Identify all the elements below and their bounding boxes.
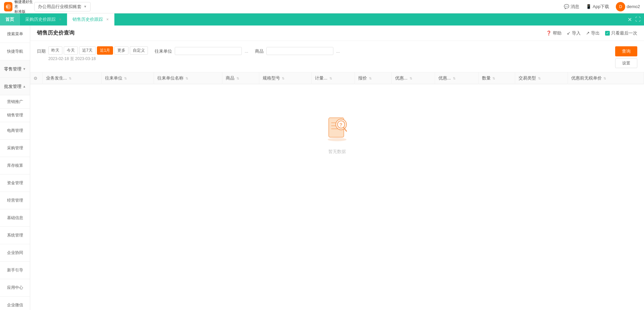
purchase-history-tab-close[interactable]: × [59,17,61,22]
header-right: 💬 消息 📱 App下载 D demo2 [564,2,640,11]
sales-history-tab-close[interactable]: × [106,17,109,22]
message-icon: 💬 [564,4,569,9]
goods-filter-label: 商品 [255,48,264,54]
filter-settings-button[interactable]: 设置 [615,58,637,68]
th-price[interactable]: 报价 ⇅ [355,72,392,84]
date-buttons: 昨天 今天 近7天 近1月 更多 自定义 [48,46,148,55]
import-button[interactable]: ↙ 导入 [567,30,581,36]
th-trade-type[interactable]: 交易类型 ⇅ [515,72,568,84]
sidebar-item-sales-mgmt[interactable]: 销售管理 [0,109,30,122]
sidebar-item-ecommerce[interactable]: 电商管理 [0,122,30,140]
close-tab-button[interactable]: ✕ [628,16,632,23]
purchase-history-tab-label: 采购历史价跟踪 [25,16,56,22]
empty-illustration-icon: ? [320,111,354,145]
date-today-btn[interactable]: 今天 [64,46,78,55]
marketing-label: 营销推广 [7,99,23,105]
workspace-name: 办公用品行业模拟账套 [38,4,82,10]
logo-area: 6 畅捷通好生意 标准版 [4,0,34,14]
help-button[interactable]: ❓ 帮助 [546,30,561,36]
sidebar-item-enterprise-collab[interactable]: 企业协同 [0,244,30,262]
retail-mgmt-label: 零售管理 [4,66,21,72]
th-unit[interactable]: 计量... ⇅ [312,72,355,84]
date-filter-label: 日期 [37,48,46,54]
sidebar-item-wholesale-mgmt[interactable]: 批发管理 ▲ [0,78,30,95]
sidebar-item-enterprise-wechat[interactable]: 企业微信 [0,297,30,310]
th-discount2[interactable]: 优惠... ⇅ [435,72,478,84]
enterprise-collab-label: 企业协同 [7,250,23,256]
retail-mgmt-arrow-icon: ▼ [23,67,26,71]
sidebar-item-operations[interactable]: 经营管理 [0,192,30,209]
goods-input[interactable] [266,47,333,55]
maximize-tab-button[interactable]: ⛶ [635,16,641,22]
date-filter-options: 昨天 今天 近7天 近1月 更多 自定义 2023-02-18 至 2023-0… [48,46,148,62]
date-range-display: 2023-02-18 至 2023-03-18 [48,56,148,62]
tab-sales-history[interactable]: 销售历史价跟踪 × [67,13,114,25]
table-container: ⚙ 业务发生... ⇅ 往来单位 ⇅ 往来单位名称 [30,72,644,310]
th-business-date[interactable]: 业务发生... ⇅ [42,72,101,84]
workspace-selector[interactable]: 办公用品行业模拟账套 ▼ [34,2,91,11]
th-spec[interactable]: 规格型号 ⇅ [259,72,312,84]
goods-dots-button[interactable]: ... [336,49,340,54]
page-title: 销售历史价查询 [37,30,74,37]
sidebar-item-retail-mgmt[interactable]: 零售管理 ▼ [0,60,30,78]
sort-price-icon: ⇅ [369,76,372,80]
th-partner-name[interactable]: 往来单位名称 ⇅ [154,72,222,84]
sidebar-item-new-guide[interactable]: 新手引导 [0,262,30,279]
export-icon: ↗ [586,31,590,36]
sort-partner-code-icon: ⇅ [124,76,127,80]
user-menu[interactable]: D demo2 [616,2,640,11]
help-icon: ❓ [546,31,551,36]
sidebar-item-capital[interactable]: 资金管理 [0,174,30,192]
message-button[interactable]: 💬 消息 [564,4,579,10]
only-last-checkbox[interactable]: ✓ 只看最后一次 [605,30,637,36]
sort-unit-icon: ⇅ [329,76,332,80]
page-content: 销售历史价查询 ❓ 帮助 ↙ 导入 ↗ 导出 ✓ [30,25,644,310]
basic-info-label: 基础信息 [7,215,23,221]
sidebar-item-app-center[interactable]: 应用中心 [0,279,30,297]
th-settings[interactable]: ⚙ [30,72,42,84]
th-pre-tax-price[interactable]: 优惠前无税单价 ⇅ [568,72,644,84]
sort-discount1-icon: ⇅ [410,76,412,80]
tab-home[interactable]: 首页 [0,13,20,25]
sort-partner-name-icon: ⇅ [185,76,188,80]
app-download-button[interactable]: 📱 App下载 [586,4,609,10]
wholesale-mgmt-label: 批发管理 [4,84,21,90]
search-button[interactable]: 查询 [615,46,637,56]
date-yesterday-btn[interactable]: 昨天 [48,46,62,55]
date-custom-btn[interactable]: 自定义 [130,46,148,55]
th-discount1[interactable]: 优惠... ⇅ [392,72,435,84]
avatar: D [616,2,625,11]
sidebar-item-purchase[interactable]: 采购管理 [0,140,30,157]
th-partner-code[interactable]: 往来单位 ⇅ [101,72,154,84]
tab-bar: 首页 采购历史价跟踪 × 销售历史价跟踪 × ✕ ⛶ [0,13,644,25]
sidebar-item-search-menu[interactable]: 搜索菜单 [0,25,30,43]
sort-business-date-icon: ⇅ [69,76,71,80]
table-header: ⚙ 业务发生... ⇅ 往来单位 ⇅ 往来单位名称 [30,72,644,84]
sidebar-item-marketing[interactable]: 营销推广 [0,95,30,109]
export-button[interactable]: ↗ 导出 [586,30,600,36]
partner-dots-button[interactable]: ... [245,49,248,54]
date-1month-btn[interactable]: 近1月 [97,46,113,55]
inventory-label: 库存核算 [7,163,23,168]
filter-area: 日期 昨天 今天 近7天 近1月 更多 自定义 2023-02-18 至 202… [30,41,644,72]
filter-actions: 查询 设置 [615,46,637,68]
partner-input[interactable] [175,47,242,55]
sidebar-item-quick-nav[interactable]: 快捷导航 [0,43,30,60]
partner-filter-label: 往来单位 [155,48,172,54]
date-7days-btn[interactable]: 近7天 [79,46,96,55]
partner-input-group: ... [175,47,248,55]
sort-discount2-icon: ⇅ [453,76,455,80]
app-center-label: 应用中心 [7,285,23,291]
tab-purchase-history[interactable]: 采购历史价跟踪 × [20,13,67,25]
purchase-label: 采购管理 [7,145,23,151]
data-table: ⚙ 业务发生... ⇅ 往来单位 ⇅ 往来单位名称 [30,72,644,84]
sidebar-item-inventory[interactable]: 库存核算 [0,157,30,174]
sidebar-item-basic-info[interactable]: 基础信息 [0,209,30,227]
search-menu-label: 搜索菜单 [7,31,23,37]
th-quantity[interactable]: 数量 ⇅ [478,72,515,84]
sidebar-item-system[interactable]: 系统管理 [0,227,30,244]
page-actions: ❓ 帮助 ↙ 导入 ↗ 导出 ✓ 只看最后一次 [546,30,637,36]
new-guide-label: 新手引导 [7,267,23,273]
th-goods[interactable]: 商品 ⇅ [222,72,259,84]
date-more-btn[interactable]: 更多 [114,46,128,55]
